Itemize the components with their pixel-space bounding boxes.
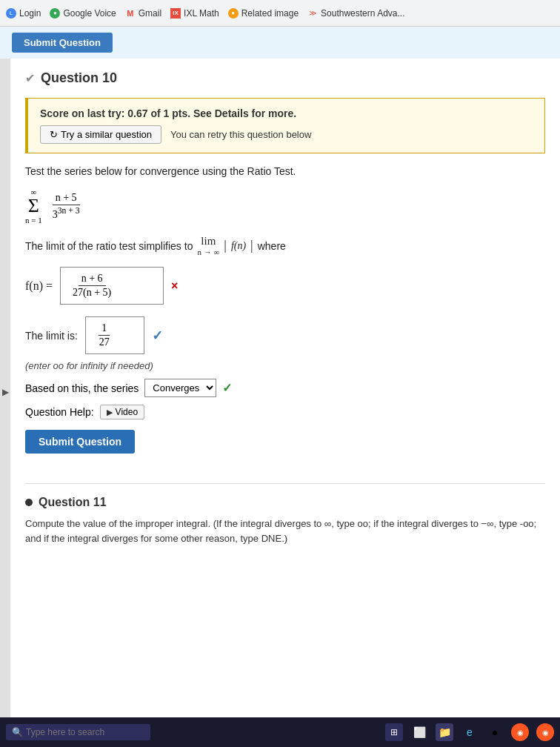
page-wrapper: Submit Question ▶ ✔ Question 10 Score on…: [0, 27, 560, 726]
video-button[interactable]: ▶ Video: [100, 405, 144, 419]
question-11-text: Compute the value of the improper integr…: [25, 517, 545, 545]
fn-status-icon: ×: [171, 279, 178, 293]
top-submit-area: Submit Question: [0, 27, 560, 59]
sigma-block: ∞ Σ n = 1: [25, 187, 42, 225]
taskbar-search-icon: 🔍: [12, 727, 23, 737]
question-11-header: Question 11: [25, 496, 545, 509]
retry-row: ↻ Try a similar question You can retry t…: [40, 125, 533, 144]
fn-input[interactable]: n + 6 27(n + 5): [60, 267, 164, 305]
where-text: where: [258, 240, 286, 252]
tab-login[interactable]: L Login: [6, 8, 41, 19]
series-denominator: 33n + 3: [50, 205, 83, 222]
series-numerator: n + 5: [53, 191, 80, 205]
abs-val-left: |: [224, 238, 227, 253]
taskbar-edge-icon[interactable]: e: [461, 723, 479, 741]
tab-related[interactable]: ● Related image: [228, 8, 299, 19]
taskbar-task-view-icon[interactable]: ⬜: [410, 723, 428, 741]
voice-icon: ●: [50, 8, 60, 19]
help-label: Question Help:: [25, 406, 94, 418]
fn-fraction: n + 6 27(n + 5): [70, 272, 114, 299]
series-display: ∞ Σ n = 1 n + 5 33n + 3: [25, 187, 545, 225]
tab-voice[interactable]: ● Google Voice: [50, 8, 116, 19]
tab-ixl[interactable]: IX IXL Math: [170, 8, 219, 19]
question-11-title: Question 11: [39, 496, 107, 509]
bullet-dot: [25, 499, 33, 506]
limit-instruction-line: The limit of the ratio test simplifies t…: [25, 235, 545, 256]
tab-gmail[interactable]: M Gmail: [125, 8, 161, 19]
content-area: ✔ Question 10 Score on last try: 0.67 of…: [10, 59, 560, 726]
fn-label: f(n) =: [25, 279, 53, 293]
based-on-row: Based on this, the series Converges Dive…: [25, 379, 545, 397]
limit-is-label: The limit is:: [25, 330, 78, 342]
question-help-row: Question Help: ▶ Video: [25, 405, 545, 419]
login-icon: L: [6, 8, 16, 19]
taskbar-search-input[interactable]: [26, 727, 144, 737]
series-fraction: n + 5 33n + 3: [50, 191, 83, 222]
converges-select[interactable]: Converges Diverges: [144, 379, 216, 397]
taskbar-color-icon[interactable]: ◉: [511, 723, 529, 741]
play-icon: ▶: [107, 408, 113, 417]
main-layout: ▶ ✔ Question 10 Score on last try: 0.67 …: [0, 59, 560, 726]
fn-denominator: 27(n + 5): [70, 286, 114, 299]
score-text: Score on last try: 0.67 of 1 pts. See De…: [40, 107, 533, 119]
taskbar-windows-icon[interactable]: ⊞: [385, 723, 403, 741]
sw-icon: ≫: [307, 8, 318, 19]
based-text: Based on this, the series: [25, 382, 139, 394]
converges-status-icon: ✓: [222, 381, 232, 395]
lim-block: lim n → ∞: [197, 235, 219, 256]
retry-icon: ↻: [50, 129, 58, 140]
browser-toolbar: L Login ● Google Voice M Gmail IX IXL Ma…: [0, 0, 560, 27]
limit-denominator: 27: [96, 336, 113, 349]
taskbar-explorer-icon[interactable]: 📁: [436, 723, 453, 741]
fn-numerator: n + 6: [79, 272, 106, 286]
limit-numerator: 1: [99, 322, 110, 336]
sigma-symbol: Σ: [28, 196, 39, 216]
related-icon: ●: [228, 8, 239, 19]
taskbar-icons: ⊞ ⬜ 📁 e ● ◉ ◉: [385, 723, 554, 741]
ixl-icon: IX: [170, 8, 181, 19]
question-10-title: Question 10: [41, 70, 117, 86]
top-submit-button[interactable]: Submit Question: [12, 33, 113, 53]
lim-text: lim: [201, 235, 216, 248]
sigma-bottom: n = 1: [25, 216, 42, 225]
retry-note: You can retry this question below: [170, 129, 311, 140]
taskbar: 🔍 ⊞ ⬜ 📁 e ● ◉ ◉: [0, 717, 560, 747]
lim-sub: n → ∞: [197, 248, 219, 256]
section-divider: [25, 483, 545, 484]
enter-note: (enter oo for infinity if needed): [25, 360, 545, 371]
sidebar-toggle[interactable]: ▶: [0, 59, 10, 726]
taskbar-extra-icon[interactable]: ◉: [536, 723, 554, 741]
score-box: Score on last try: 0.67 of 1 pts. See De…: [25, 98, 545, 153]
gmail-icon: M: [125, 8, 136, 19]
retry-button[interactable]: ↻ Try a similar question: [40, 125, 161, 144]
question-10-header: ✔ Question 10: [25, 70, 545, 86]
limit-input[interactable]: 1 27: [85, 316, 144, 354]
tab-sw[interactable]: ≫ Southwestern Adva...: [307, 8, 404, 19]
submit-question-button[interactable]: Submit Question: [25, 430, 135, 454]
abs-val-right: |: [250, 238, 253, 253]
taskbar-start: 🔍: [6, 724, 150, 740]
taskbar-chrome-icon[interactable]: ●: [486, 723, 504, 741]
test-description: Test the series below for convergence us…: [25, 165, 545, 177]
question-check-icon: ✔: [25, 71, 35, 85]
limit-fraction: 1 27: [96, 322, 113, 349]
limit-status-icon: ✓: [152, 328, 163, 344]
sidebar-arrow-icon: ▶: [2, 387, 9, 397]
fn-notation: f(n): [231, 240, 246, 252]
limit-is-row: The limit is: 1 27 ✓: [25, 316, 545, 354]
fn-row: f(n) = n + 6 27(n + 5) ×: [25, 267, 545, 305]
